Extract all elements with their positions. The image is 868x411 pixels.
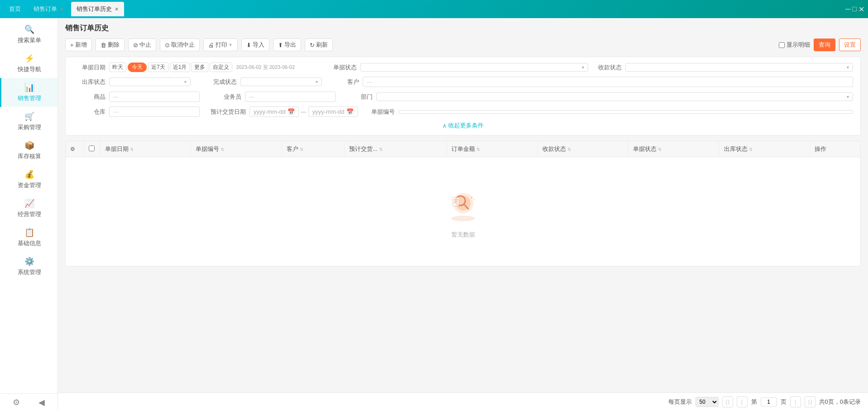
th-date[interactable]: 单据日期 ⇅ <box>100 141 191 157</box>
tab-sales-order-history[interactable]: 销售订单历史 ✕ <box>71 2 124 16</box>
date-more-btn[interactable]: 更多 <box>191 63 208 72</box>
sidebar-item-base-info[interactable]: 📋 基础信息 <box>0 223 58 252</box>
tab-home[interactable]: 首页 <box>4 2 26 16</box>
sidebar-settings-icon[interactable]: ⚙ <box>13 397 20 407</box>
first-page-btn[interactable]: ⟨⟨ <box>722 396 733 407</box>
complete-status-select[interactable]: ▾ <box>240 77 322 86</box>
th-customer[interactable]: 客户 ⇅ <box>282 141 344 157</box>
export-label: 导出 <box>284 41 296 49</box>
sidebar-item-operations[interactable]: 📈 经营管理 <box>0 194 58 223</box>
settings-button[interactable]: 设置 <box>839 39 861 51</box>
sidebar-item-quick-nav[interactable]: ⚡ 快捷导航 <box>0 49 58 78</box>
customer-input[interactable]: ··· <box>363 77 853 87</box>
sidebar-item-sales-mgmt[interactable]: 📊 销售管理 <box>0 78 58 107</box>
th-doc-status[interactable]: 单据状态 ⇅ <box>628 141 719 157</box>
th-outstock-status[interactable]: 出库状态 ⇅ <box>719 141 810 157</box>
stop-button[interactable]: ⊘ 中止 <box>128 39 156 51</box>
th-payment-status[interactable]: 收款状态 ⇅ <box>537 141 628 157</box>
doc-number-input[interactable] <box>398 110 853 114</box>
th-doc-status-label: 单据状态 <box>633 145 657 153</box>
th-number-label: 单据编号 <box>196 145 219 153</box>
svg-rect-5 <box>452 198 459 206</box>
new-icon: + <box>70 42 74 48</box>
outstock-status-select[interactable]: ▾ <box>109 77 191 86</box>
th-amount[interactable]: 订单金额 ⇅ <box>447 141 538 157</box>
print-button[interactable]: 🖨 打印 ▼ <box>203 39 238 51</box>
new-button[interactable]: + 新增 <box>65 39 92 51</box>
th-operation-label: 操作 <box>815 145 826 152</box>
payment-status-select[interactable]: ▾ <box>625 63 853 72</box>
main-layout: 🔍 搜索菜单 ⚡ 快捷导航 📊 销售管理 🛒 采购管理 📦 库存核算 💰 资金管… <box>0 18 868 411</box>
refresh-button[interactable]: ↻ 刷新 <box>305 39 333 51</box>
th-amount-label: 订单金额 <box>451 145 475 153</box>
th-number-sort-icon: ⇅ <box>221 147 224 152</box>
tab-sales-order-history-close[interactable]: ✕ <box>115 6 119 12</box>
date-from-placeholder: yyyy-mm-dd <box>254 108 286 115</box>
date-7days-btn[interactable]: 近7天 <box>148 63 168 72</box>
date-1month-btn[interactable]: 近1月 <box>170 63 190 72</box>
finance-icon: 💰 <box>24 169 34 179</box>
last-page-btn[interactable]: ⟩⟩ <box>805 396 815 407</box>
maximize-icon[interactable]: □ <box>852 5 857 14</box>
sidebar-item-sys-mgmt[interactable]: ⚙️ 系统管理 <box>0 252 58 281</box>
th-delivery[interactable]: 预计交货... ⇅ <box>344 141 446 157</box>
th-number[interactable]: 单据编号 ⇅ <box>191 141 282 157</box>
collapse-link[interactable]: ∧ 收起更多条件 <box>73 121 853 130</box>
product-dots: ··· <box>113 93 118 100</box>
per-page-select[interactable]: 50 10 20 100 <box>695 397 719 407</box>
date-yesterday-btn[interactable]: 昨天 <box>109 63 126 72</box>
display-columns-toggle[interactable]: 显示明细 <box>779 41 810 49</box>
th-outstock-status-label: 出库状态 <box>724 145 748 153</box>
salesman-input[interactable]: ··· <box>245 92 336 102</box>
product-input[interactable]: ··· <box>109 92 200 102</box>
sidebar-item-purchase-mgmt[interactable]: 🛒 采购管理 <box>0 107 58 136</box>
stop-icon: ⊘ <box>133 42 138 48</box>
content-area: 销售订单历史 + 新增 🗑 删除 ⊘ 中止 ⊙ 取消中止 <box>58 18 868 411</box>
salesman-label: 业务员 <box>218 93 245 101</box>
query-button[interactable]: 查询 <box>814 39 835 51</box>
tab-sales-order-close[interactable]: ✕ <box>60 6 64 12</box>
th-doc-status-sort-icon: ⇅ <box>658 147 662 152</box>
th-operation: 操作 <box>810 141 860 157</box>
import-button[interactable]: ⬇ 导入 <box>241 39 269 51</box>
page-input[interactable] <box>761 397 777 406</box>
th-date-label: 单据日期 <box>105 145 129 153</box>
display-columns-checkbox[interactable] <box>779 42 785 48</box>
next-page-btn[interactable]: ⟩ <box>790 396 801 407</box>
date-custom-btn[interactable]: 自定义 <box>210 63 232 72</box>
import-icon: ⬇ <box>246 42 251 48</box>
close-icon[interactable]: ✕ <box>858 5 864 14</box>
date-today-btn[interactable]: 今天 <box>128 63 147 72</box>
warehouse-input[interactable]: ··· <box>109 106 200 117</box>
delete-button[interactable]: 🗑 删除 <box>96 39 125 51</box>
table-check-col <box>84 141 100 157</box>
sidebar-item-search-menu[interactable]: 🔍 搜索菜单 <box>0 20 58 49</box>
sidebar-item-sales-mgmt-label: 销售管理 <box>18 94 41 102</box>
th-payment-status-sort-icon: ⇅ <box>567 147 571 152</box>
select-all-checkbox[interactable] <box>89 145 95 151</box>
export-button[interactable]: ⬆ 导出 <box>273 39 301 51</box>
cancel-stop-button[interactable]: ⊙ 取消中止 <box>160 39 200 51</box>
date-to-calendar-icon: 📅 <box>346 108 354 115</box>
date-from-input[interactable]: yyyy-mm-dd 📅 <box>249 106 299 117</box>
export-icon: ⬆ <box>278 42 283 48</box>
sidebar-item-finance[interactable]: 💰 资金管理 <box>0 165 58 194</box>
page-label: 第 <box>751 398 757 406</box>
tab-sales-order[interactable]: 销售订单 ✕ <box>28 2 69 16</box>
delete-label: 删除 <box>108 41 120 49</box>
doc-status-select[interactable]: ▾ <box>360 63 588 72</box>
sidebar-collapse-icon[interactable]: ◀ <box>38 397 45 407</box>
tab-sales-order-history-label: 销售订单历史 <box>77 5 112 13</box>
total-info: 共0页，0条记录 <box>819 398 861 406</box>
sidebar-item-inventory[interactable]: 📦 库存核算 <box>0 136 58 165</box>
dept-select[interactable]: ▾ <box>376 92 853 101</box>
minimize-icon[interactable]: ─ <box>845 5 850 14</box>
delete-icon: 🗑 <box>101 42 106 48</box>
empty-state: 暂无数据 <box>66 157 860 266</box>
svg-point-9 <box>470 196 473 198</box>
table-settings-col[interactable]: ⚙ <box>66 141 84 157</box>
date-to-placeholder: yyyy-mm-dd <box>312 108 345 115</box>
date-to-input[interactable]: yyyy-mm-dd 📅 <box>308 106 358 117</box>
print-dropdown-icon: ▼ <box>229 43 233 47</box>
prev-page-btn[interactable]: ⟨ <box>737 396 748 407</box>
